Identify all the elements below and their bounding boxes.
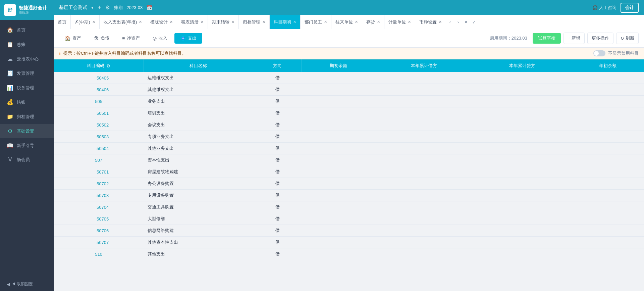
sidebar-item-home[interactable]: 🏠 首页 xyxy=(0,23,54,37)
tab-close-icon[interactable]: ✕ xyxy=(139,20,142,24)
cell-initial-balance xyxy=(302,131,375,143)
kuaiji-switch-btn[interactable]: 会计 xyxy=(621,3,639,13)
more-actions-btn[interactable]: 更多操作 xyxy=(587,33,613,44)
sidebar-item-tax[interactable]: 📊 税务管理 xyxy=(0,81,54,95)
tab-period-end[interactable]: 期末结转 ✕ xyxy=(208,15,239,29)
tab-label: 税表清册 xyxy=(181,19,199,25)
company-settings-icon[interactable]: ⚙ xyxy=(105,4,110,11)
tab-close-icon[interactable]: ✕ xyxy=(355,20,358,24)
notice-text: 提示：按Ctrl＋F键并输入科目编码或者科目名称可以查找科目。 xyxy=(63,50,186,56)
table-row[interactable]: 50504 其他业务支出 借 xyxy=(54,143,644,154)
tab-close-icon[interactable]: ✕ xyxy=(408,20,411,24)
cell-code: 50504 xyxy=(54,143,144,154)
add-new-btn[interactable]: + 新增 xyxy=(564,33,585,44)
tab-template[interactable]: 模版设计 ✕ xyxy=(146,15,177,29)
tab-home[interactable]: 首页 xyxy=(54,15,71,29)
table-row[interactable]: 50502 会议支出 借 xyxy=(54,119,644,131)
sidebar-item-label: 云报表中心 xyxy=(17,56,39,62)
sub-tab-expense[interactable]: 💠 支出 xyxy=(174,33,202,44)
cell-year-start-balance xyxy=(571,225,644,237)
table-row[interactable]: 505 业务支出 借 xyxy=(54,96,644,107)
table-row[interactable]: 50703 专用设备购置 借 xyxy=(54,190,644,201)
table-row[interactable]: 50705 大型修缮 借 xyxy=(54,213,644,225)
tab-close-icon[interactable]: ✕ xyxy=(231,20,234,24)
cell-ytd-debit xyxy=(375,143,473,154)
sidebar-item-invoice[interactable]: 🧾 发票管理 xyxy=(0,66,54,81)
tab-close-icon[interactable]: ✕ xyxy=(439,20,442,24)
sidebar-nav: 🏠 首页 📋 总账 ☁ 云报表中心 🧾 发票管理 📊 税务管理 💰 结账 📁 归… xyxy=(0,20,54,277)
tab-scroll-left[interactable]: ‹ xyxy=(446,15,454,29)
cell-ytd-debit xyxy=(375,131,473,143)
tab-close-icon[interactable]: ✕ xyxy=(262,20,265,24)
cell-name: 业务支出 xyxy=(144,96,253,107)
sub-tab-label: 净资产 xyxy=(127,35,140,41)
cell-initial-balance xyxy=(302,178,375,190)
tab-tax-table[interactable]: 税表清册 ✕ xyxy=(177,15,208,29)
sidebar-item-cloud-reports[interactable]: ☁ 云报表中心 xyxy=(0,52,54,66)
sub-tab-liabilities[interactable]: 负 负债 xyxy=(88,33,115,44)
subject-table-wrapper[interactable]: 科目编码 ⚙ 科目名称 方向 期初余额 本年累计借方 本年累计贷方 年初余额 5 xyxy=(54,59,644,291)
table-row[interactable]: 50702 办公设备购置 借 xyxy=(54,178,644,190)
sidebar-item-label: 总账 xyxy=(17,42,25,48)
add-company-btn[interactable]: + xyxy=(98,4,101,11)
settings-icon: ⚙ xyxy=(7,128,13,134)
tab-label: 归档管理 xyxy=(243,19,260,25)
sidebar-item-member[interactable]: V 畅会员 xyxy=(0,153,54,167)
table-row[interactable]: 50701 房屋建筑物购建 借 xyxy=(54,166,644,178)
tab-close-icon[interactable]: ✕ xyxy=(92,20,95,24)
tab-close-icon[interactable]: ✕ xyxy=(324,20,327,24)
sidebar-item-basic-settings[interactable]: ⚙ 基础设置 xyxy=(0,124,54,138)
table-row[interactable]: 50706 信息网络购建 借 xyxy=(54,225,644,237)
refresh-btn[interactable]: ↻ 刷新 xyxy=(616,33,639,44)
table-row[interactable]: 50704 交通工具购置 借 xyxy=(54,201,644,213)
sidebar-collapse-btn[interactable]: ◀ ◀ 取消固定 xyxy=(0,277,54,291)
cell-name: 房屋建筑物购建 xyxy=(144,166,253,178)
tab-archive[interactable]: 归档管理 ✕ xyxy=(239,15,270,29)
tab-close-icon[interactable]: ✕ xyxy=(293,20,296,24)
table-row[interactable]: 50503 专项业务支出 借 xyxy=(54,131,644,143)
cell-initial-balance xyxy=(302,213,375,225)
tab-close-icon[interactable]: ✕ xyxy=(201,20,204,24)
tab-annual-report[interactable]: 收入支出表(年报) ✕ xyxy=(100,15,147,29)
sidebar-item-close-accounts[interactable]: 💰 结账 xyxy=(0,95,54,109)
tab-unit[interactable]: 计量单位 ✕ xyxy=(384,15,415,29)
calendar-icon[interactable]: 📅 xyxy=(147,5,152,10)
tab-maximize[interactable]: ⤢ xyxy=(470,15,478,29)
tab-label: ✗(中期) xyxy=(75,19,90,25)
table-row[interactable]: 50405 运维维权支出 借 xyxy=(54,72,644,84)
cell-direction: 借 xyxy=(253,237,302,248)
table-row[interactable]: 50406 其他维权支出 借 xyxy=(54,84,644,96)
cell-code: 50701 xyxy=(54,166,144,178)
table-row[interactable]: 50707 其他资本性支出 借 xyxy=(54,237,644,248)
tab-close-icon[interactable]: ✕ xyxy=(377,20,380,24)
cell-ytd-credit xyxy=(473,166,571,178)
col-settings-icon[interactable]: ⚙ xyxy=(106,63,110,68)
tab-close-icon[interactable]: ✕ xyxy=(170,20,173,24)
tab-midterm[interactable]: ✗(中期) ✕ xyxy=(71,15,100,29)
col-header-ytd-debit: 本年累计借方 xyxy=(375,59,473,72)
tab-inventory[interactable]: 存货 ✕ xyxy=(362,15,384,29)
sidebar-item-guide[interactable]: 📖 新手引导 xyxy=(0,138,54,153)
sub-tab-assets[interactable]: 🏠 资产 xyxy=(59,33,87,44)
calc-balance-btn[interactable]: 试算平衡 xyxy=(533,33,561,44)
headset-icon: 🎧 xyxy=(592,5,598,10)
tab-department[interactable]: 部门员工 ✕ xyxy=(301,15,331,29)
table-row[interactable]: 510 其他支出 借 xyxy=(54,248,644,260)
sidebar-item-archive[interactable]: 📁 归档管理 xyxy=(0,109,54,124)
human-service-btn[interactable]: 🎧 人工咨询 xyxy=(592,5,616,11)
table-row[interactable]: 50501 培训支出 借 xyxy=(54,107,644,119)
cell-year-start-balance xyxy=(571,237,644,248)
table-row[interactable]: 507 资本性支出 借 xyxy=(54,154,644,166)
sub-tab-income[interactable]: ◎ 收入 xyxy=(147,33,173,44)
toggle-disabled-switch[interactable] xyxy=(593,50,605,56)
sub-tab-net-assets[interactable]: ≡ 净资产 xyxy=(116,33,146,44)
sidebar-item-ledger[interactable]: 📋 总账 xyxy=(0,37,54,52)
tab-close-all[interactable]: ✕ xyxy=(462,15,470,29)
tab-contacts[interactable]: 往来单位 ✕ xyxy=(331,15,362,29)
tab-subject-initial[interactable]: 科目期初 ✕ xyxy=(270,15,301,29)
company-name: 基层工会测试 xyxy=(59,5,87,11)
cell-ytd-debit xyxy=(375,178,473,190)
tab-currency[interactable]: 币种设置 ✕ xyxy=(415,15,446,29)
company-dropdown-icon[interactable]: ▾ xyxy=(91,5,94,10)
tab-scroll-right[interactable]: › xyxy=(454,15,462,29)
